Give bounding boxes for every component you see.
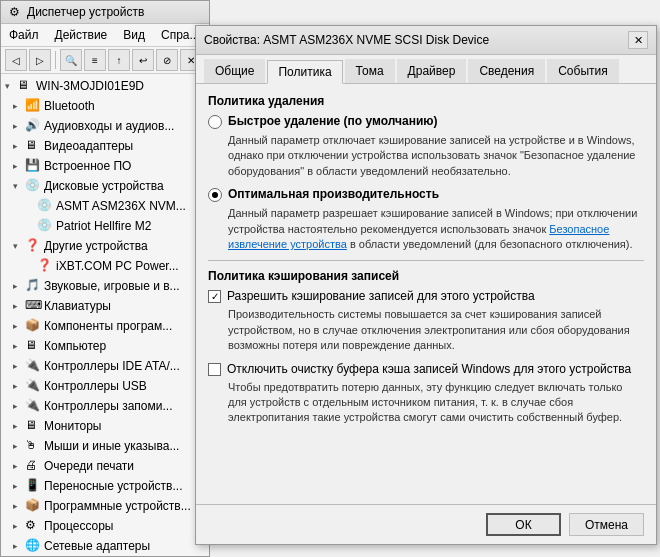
firmware-icon: 💾	[25, 158, 41, 174]
tab-details[interactable]: Сведения	[468, 59, 545, 83]
computer-arrow: ▸	[13, 341, 25, 351]
toolbar-props[interactable]: ≡	[84, 49, 106, 71]
tab-volumes[interactable]: Тома	[345, 59, 395, 83]
software-dev-label: Программные устройств...	[44, 499, 191, 513]
toolbar-back[interactable]: ◁	[5, 49, 27, 71]
menu-action[interactable]: Действие	[47, 26, 116, 44]
tree-item-sound[interactable]: ▸ 🎵 Звуковые, игровые и в...	[1, 276, 209, 296]
bluetooth-icon: 📶	[25, 98, 41, 114]
root-label: WIN-3MOJDI01E9D	[36, 79, 144, 93]
device-tree: ▾ 🖥 WIN-3MOJDI01E9D ▸ 📶 Bluetooth ▸ 🔊 Ау…	[1, 74, 209, 557]
tree-item-ide[interactable]: ▸ 🔌 Контроллеры IDE ATA/...	[1, 356, 209, 376]
radio-performance[interactable]	[208, 188, 222, 202]
computer-label: Компьютер	[44, 339, 106, 353]
checkbox-disable-flush[interactable]	[208, 363, 221, 376]
remove-policy-title: Политика удаления	[208, 94, 644, 108]
tab-events[interactable]: События	[547, 59, 619, 83]
performance-desc-text2: в области уведомлений (для безопасного о…	[350, 238, 633, 250]
tree-item-monitors[interactable]: ▸ 🖥 Мониторы	[1, 416, 209, 436]
monitors-label: Мониторы	[44, 419, 101, 433]
mice-label: Мыши и иные указыва...	[44, 439, 179, 453]
close-button[interactable]: ✕	[628, 31, 648, 49]
menu-file[interactable]: Файл	[1, 26, 47, 44]
keyboard-arrow: ▸	[13, 301, 25, 311]
tree-item-patriot[interactable]: 💿 Patriot Hellfire M2	[1, 216, 209, 236]
sound-label: Звуковые, игровые и в...	[44, 279, 180, 293]
tree-item-keyboard[interactable]: ▸ ⌨ Клавиатуры	[1, 296, 209, 316]
toolbar-disable[interactable]: ⊘	[156, 49, 178, 71]
tree-item-computer[interactable]: ▸ 🖥 Компьютер	[1, 336, 209, 356]
video-icon: 🖥	[25, 138, 41, 154]
toolbar-forward[interactable]: ▷	[29, 49, 51, 71]
disable-flush-desc: Чтобы предотвратить потерю данных, эту ф…	[228, 380, 644, 426]
checkbox-enable-cache-label: Разрешить кэширование записей для этого …	[227, 289, 535, 303]
tree-item-usb[interactable]: ▸ 🔌 Контроллеры USB	[1, 376, 209, 396]
tree-item-firmware[interactable]: ▸ 💾 Встроенное ПО	[1, 156, 209, 176]
tree-item-audio[interactable]: ▸ 🔊 Аудиовходы и аудиов...	[1, 116, 209, 136]
device-manager-title: Диспетчер устройств	[27, 5, 144, 19]
processors-label: Процессоры	[44, 519, 114, 533]
tree-item-portable[interactable]: ▸ 📱 Переносные устройств...	[1, 476, 209, 496]
toolbar-update[interactable]: ↑	[108, 49, 130, 71]
properties-dialog: Свойства: ASMT ASM236X NVME SCSI Disk De…	[195, 25, 657, 545]
tree-item-print[interactable]: ▸ 🖨 Очереди печати	[1, 456, 209, 476]
tree-item-storage-ctrl[interactable]: ▸ 🔌 Контроллеры запоми...	[1, 396, 209, 416]
tree-item-software[interactable]: ▸ 📦 Компоненты програм...	[1, 316, 209, 336]
video-arrow: ▸	[13, 141, 25, 151]
toolbar-sep1	[55, 51, 56, 69]
tab-bar: Общие Политика Тома Драйвер Сведения Соб…	[196, 55, 656, 84]
portable-label: Переносные устройств...	[44, 479, 183, 493]
ide-label: Контроллеры IDE ATA/...	[44, 359, 180, 373]
radio-option-fast-removal: Быстрое удаление (по умолчанию)	[208, 114, 644, 129]
tab-driver[interactable]: Драйвер	[397, 59, 467, 83]
ide-arrow: ▸	[13, 361, 25, 371]
radio-option-performance: Оптимальная производительность	[208, 187, 644, 202]
network-arrow: ▸	[13, 541, 25, 551]
disks-icon: 💿	[25, 178, 41, 194]
toolbar: ◁ ▷ 🔍 ≡ ↑ ↩ ⊘ ✕	[1, 47, 209, 74]
tree-item-asmt[interactable]: 💿 ASMT ASM236X NVM...	[1, 196, 209, 216]
tree-item-ixbt[interactable]: ❓ iXBT.COM PC Power...	[1, 256, 209, 276]
ok-button[interactable]: ОК	[486, 513, 561, 536]
software-dev-arrow: ▸	[13, 501, 25, 511]
video-label: Видеоадаптеры	[44, 139, 133, 153]
cancel-button[interactable]: Отмена	[569, 513, 644, 536]
tree-item-processors[interactable]: ▸ ⚙ Процессоры	[1, 516, 209, 536]
tab-general[interactable]: Общие	[204, 59, 265, 83]
patriot-label: Patriot Hellfire M2	[56, 219, 151, 233]
tree-item-video[interactable]: ▸ 🖥 Видеоадаптеры	[1, 136, 209, 156]
patriot-icon: 💿	[37, 218, 53, 234]
other-label: Другие устройства	[44, 239, 148, 253]
tree-root[interactable]: ▾ 🖥 WIN-3MOJDI01E9D	[1, 76, 209, 96]
usb-label: Контроллеры USB	[44, 379, 147, 393]
asmt-label: ASMT ASM236X NVM...	[56, 199, 186, 213]
tree-item-other[interactable]: ▾ ❓ Другие устройства	[1, 236, 209, 256]
mice-arrow: ▸	[13, 441, 25, 451]
checkbox-enable-cache[interactable]	[208, 290, 221, 303]
tab-policy[interactable]: Политика	[267, 60, 342, 84]
sound-arrow: ▸	[13, 281, 25, 291]
root-icon: 🖥	[17, 78, 33, 94]
checkbox-option-disable-flush: Отключить очистку буфера кэша записей Wi…	[208, 362, 644, 376]
processors-arrow: ▸	[13, 521, 25, 531]
cache-policy-title: Политика кэширования записей	[208, 269, 644, 283]
tree-item-software-dev[interactable]: ▸ 📦 Программные устройств...	[1, 496, 209, 516]
keyboard-icon: ⌨	[25, 298, 41, 314]
tree-item-bluetooth[interactable]: ▸ 📶 Bluetooth	[1, 96, 209, 116]
performance-desc: Данный параметр разрешает кэширование за…	[228, 206, 644, 252]
usb-icon: 🔌	[25, 378, 41, 394]
checkbox-option-enable-cache: Разрешить кэширование записей для этого …	[208, 289, 644, 303]
menu-view[interactable]: Вид	[115, 26, 153, 44]
dialog-body: Политика удаления Быстрое удаление (по у…	[196, 84, 656, 527]
print-arrow: ▸	[13, 461, 25, 471]
tree-item-network[interactable]: ▸ 🌐 Сетевые адаптеры	[1, 536, 209, 556]
fast-removal-desc: Данный параметр отключает кэширование за…	[228, 133, 644, 179]
toolbar-scan[interactable]: 🔍	[60, 49, 82, 71]
radio-fast-removal[interactable]	[208, 115, 222, 129]
dialog-footer: ОК Отмена	[196, 504, 656, 544]
tree-item-mice[interactable]: ▸ 🖱 Мыши и иные указыва...	[1, 436, 209, 456]
firmware-label: Встроенное ПО	[44, 159, 131, 173]
tree-item-disks[interactable]: ▾ 💿 Дисковые устройства	[1, 176, 209, 196]
toolbar-rollback[interactable]: ↩	[132, 49, 154, 71]
software-dev-icon: 📦	[25, 498, 41, 514]
